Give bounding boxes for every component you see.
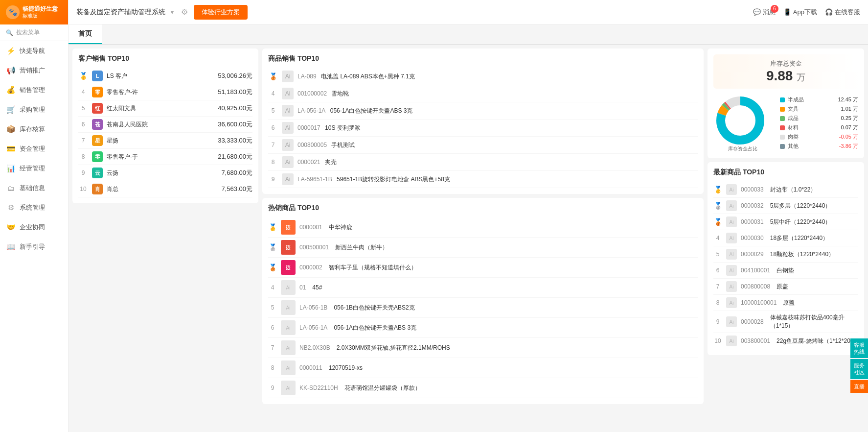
hot-products-list: 🥇 🖼 0000001 中华神鹿 🥈 🖼 000500001 新西兰牛肉（新牛）… — [268, 217, 698, 398]
rank-value: 21,680.00元 — [218, 152, 252, 161]
float-btn-live[interactable]: 直播 — [850, 380, 868, 393]
hot-product-item: 9 Ai KK-SD22110H 花语萌馆温分罐罐袋（厚款） — [268, 378, 698, 398]
right-column: 库存总资金 9.88 万 — [708, 48, 864, 428]
new-products-list: 🥇 Ai 0000033 封边带（1.0*22） 🥈 Ai 0000032 5层… — [713, 182, 858, 349]
product-image: 🖼 — [281, 220, 296, 235]
main-area: 装备及固定资产辅助管理系统 ▼ ⚙ 体验行业方案 💬 消息 6 📱 App下载 … — [69, 0, 868, 432]
new-products-card: 最新商品 TOP10 🥇 Ai 0000033 封边带（1.0*22） 🥈 Ai… — [708, 162, 864, 355]
rank-name: 红太阳文具 — [107, 104, 214, 113]
new-product-name: 18颗粒板（1220*2440） — [770, 250, 834, 259]
chart-label: 库存资金占比 — [713, 145, 772, 152]
new-product-name: 5层中纤（1220*2440） — [770, 218, 831, 226]
rank-number: 10 — [78, 186, 88, 192]
product-rank-item: 7 Ai 000800005 手机测试 — [268, 137, 698, 154]
hot-name: 新西兰牛肉（新牛） — [335, 243, 388, 252]
new-product-item: 7 Ai 000800008 原盖 — [713, 279, 858, 295]
new-product-code: 000800008 — [741, 283, 770, 290]
rank-number: 4 — [78, 89, 88, 96]
inventory-unit: 万 — [797, 72, 805, 82]
product-code: LA-089 — [297, 73, 317, 80]
sidebar-search[interactable]: 🔍 搜索菜单 — [0, 24, 68, 41]
product-image: 🖼 — [281, 260, 296, 275]
float-btn-service[interactable]: 客服热线 — [850, 338, 868, 359]
hot-code: LA-056-1A — [299, 324, 327, 331]
product-image: Ai — [281, 360, 296, 375]
nav-icon: 📦 — [6, 124, 16, 134]
new-product-name: 22g鱼豆腐-烧烤味（1*12*20） — [777, 337, 856, 345]
inventory-value: 9.88 — [766, 68, 793, 83]
sidebar-item-yingxiao[interactable]: 📢 营销推广 — [0, 61, 68, 80]
trial-button[interactable]: 体验行业方案 — [194, 5, 248, 20]
legend-value: 1.01 万 — [841, 105, 858, 113]
legend-name: 半成品 — [788, 96, 835, 103]
new-product-item: 🥈 Ai 0000032 5层多层（1220*2440） — [713, 198, 858, 214]
product-rank-list: 🥉 Ai LA-089 电池盖 LA-089 ABS本色+黑种 7.1克 4 A… — [268, 68, 698, 188]
product-rank-item: 5 Ai LA-056-1A 056-1A白色按键开关盖ABS 3克 — [268, 102, 698, 120]
service-label: 在线客服 — [835, 8, 860, 17]
app-download-button[interactable]: 📱 App下载 — [783, 8, 817, 17]
sales-rank-item: 5 红 红太阳文具 40,925.00元 — [78, 100, 252, 117]
sales-rank-column: 客户销售 TOP10 🥇 L LS 客户 53,006.26元 4 零 零售客户… — [72, 48, 258, 428]
new-product-code: 0000031 — [741, 218, 764, 225]
sidebar-item-zijin[interactable]: 💳 资金管理 — [0, 139, 68, 159]
hot-product-item: 🥈 🖼 000500001 新西兰牛肉（新牛） — [268, 238, 698, 258]
sidebar-item-label: 新手引导 — [20, 242, 45, 251]
legend-item: 材料 0.07 万 — [780, 124, 858, 131]
tab-home[interactable]: 首页 — [69, 24, 102, 44]
new-product-image: Ai — [726, 216, 737, 227]
sidebar-item-xinshou[interactable]: 📖 新手引导 — [0, 237, 68, 257]
product-rank-item: 8 Ai 0000021 夹壳 — [268, 154, 698, 171]
sidebar-item-jingying[interactable]: 📊 经营管理 — [0, 159, 68, 178]
rank-name: 云扬 — [107, 169, 217, 177]
nav-icon: 📖 — [6, 242, 16, 252]
float-btn-community[interactable]: 服务社区 — [850, 359, 868, 379]
hot-product-item: 🥇 🖼 0000001 中华神鹿 — [268, 217, 698, 238]
new-product-item: 6 Ai 004100001 白钢垫 — [713, 263, 858, 279]
logo-icon: 🐾 — [6, 5, 20, 19]
nav-icon: 🤝 — [6, 222, 16, 232]
hot-code: 000500001 — [299, 244, 329, 251]
rank-name: 零售客户-许 — [107, 88, 214, 96]
legend-dot — [780, 116, 785, 121]
rank-number: 7 — [78, 137, 88, 144]
new-product-code: 0000028 — [741, 318, 764, 325]
new-product-image: Ai — [726, 184, 737, 195]
new-product-item: 5 Ai 0000029 18颗粒板（1220*2440） — [713, 246, 858, 263]
product-thumb: Ai — [282, 139, 294, 151]
sidebar-item-caigou[interactable]: 🛒 采购管理 — [0, 100, 68, 120]
legend-value: 0.25 万 — [841, 115, 858, 122]
content-area: 客户销售 TOP10 🥇 L LS 客户 53,006.26元 4 零 零售客户… — [69, 45, 868, 432]
rank-avatar: L — [92, 71, 103, 81]
new-product-image: Ai — [726, 316, 737, 327]
system-selector[interactable]: 装备及固定资产辅助管理系统 ▼ — [76, 8, 175, 17]
online-service-button[interactable]: 🎧 在线客服 — [825, 8, 860, 17]
new-product-code: 004100001 — [741, 267, 770, 274]
hot-products-title: 热销商品 TOP10 — [268, 204, 698, 213]
legend-name: 文具 — [788, 105, 838, 113]
sidebar-item-jichu[interactable]: 🗂 基础信息 — [0, 178, 68, 198]
sidebar-item-xitong[interactable]: ⚙ 系统管理 — [0, 198, 68, 217]
sales-rank-list: 🥇 L LS 客户 53,006.26元 4 零 零售客户-许 51,183.0… — [78, 68, 252, 197]
hot-product-item: 4 Ai 01 45# — [268, 278, 698, 298]
nav-icon: ⚡ — [6, 46, 16, 56]
new-product-item: 🥇 Ai 0000033 封边带（1.0*22） — [713, 182, 858, 198]
chart-container: 库存资金占比 半成品 12.45 万 文具 1.01 万 成品 0.25 万 材… — [713, 94, 858, 152]
legend-value: -3.86 万 — [839, 143, 858, 150]
hot-code: 01 — [299, 284, 306, 291]
sidebar-item-kuaijie[interactable]: ⚡ 快捷导航 — [0, 41, 68, 61]
new-product-code: 0000030 — [741, 235, 764, 241]
rank-number: 9 — [78, 169, 88, 176]
sidebar-item-xiaoshou[interactable]: 💰 销售管理 — [0, 80, 68, 100]
new-product-image: Ai — [726, 281, 737, 292]
legend-dot — [780, 107, 785, 112]
product-code: 0000017 — [297, 124, 320, 131]
hot-name: 智利车子里（规格不知道填什么） — [329, 264, 417, 272]
messages-button[interactable]: 💬 消息 6 — [753, 8, 776, 17]
sidebar-item-qiye[interactable]: 🤝 企业协同 — [0, 217, 68, 237]
gear-icon[interactable]: ⚙ — [181, 7, 188, 17]
sidebar-item-label: 资金管理 — [20, 144, 45, 153]
new-product-code: 10000100001 — [741, 299, 777, 306]
legend-name: 其他 — [788, 143, 836, 150]
sidebar-item-kucun[interactable]: 📦 库存核算 — [0, 120, 68, 139]
sidebar-item-label: 营销推广 — [20, 66, 45, 75]
